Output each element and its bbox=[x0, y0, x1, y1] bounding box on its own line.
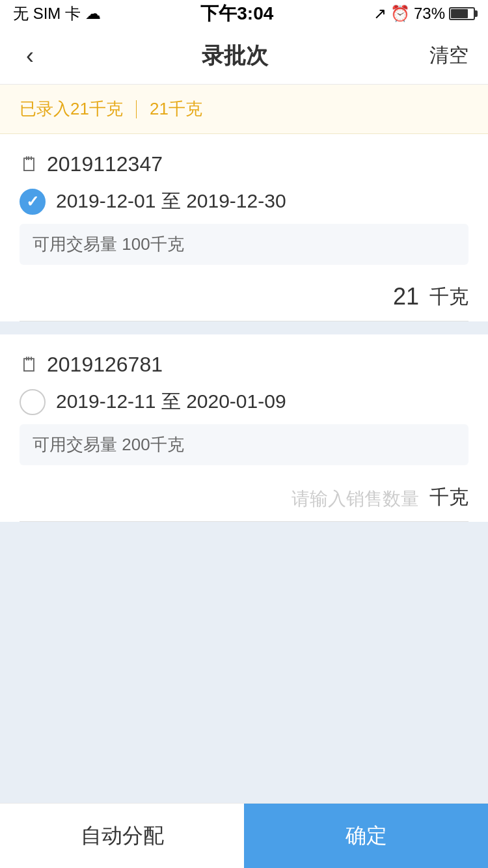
status-right: ↗ ⏰ 73% bbox=[373, 5, 475, 23]
empty-area bbox=[0, 522, 488, 834]
available-qty-text-1: 可用交易量 100千克 bbox=[33, 234, 184, 254]
battery-percent: 73% bbox=[414, 5, 445, 23]
banner-divider bbox=[136, 100, 137, 118]
status-time: 下午3:04 bbox=[200, 1, 273, 26]
bottom-bar: 自动分配 确定 bbox=[0, 803, 488, 868]
location-icon: ↗ bbox=[373, 5, 386, 23]
batch-card-2: 🗒 2019126781 2019-12-11 至 2020-01-09 可用交… bbox=[0, 334, 488, 522]
batch-date-row-1: 2019-12-01 至 2019-12-30 bbox=[0, 182, 488, 224]
qty-unit-1: 千克 bbox=[429, 284, 468, 310]
batch-radio-2[interactable] bbox=[20, 389, 46, 415]
recorded-qty: 已录入21千克 bbox=[20, 98, 123, 120]
batch-doc-icon-2: 🗒 bbox=[20, 354, 39, 376]
status-left: 无 SIM 卡 ☁ bbox=[13, 3, 101, 24]
batch-header-2: 🗒 2019126781 bbox=[0, 334, 488, 382]
clear-button[interactable]: 清空 bbox=[429, 42, 468, 69]
section-separator bbox=[0, 321, 488, 334]
available-qty-box-1: 可用交易量 100千克 bbox=[20, 224, 468, 265]
confirm-button[interactable]: 确定 bbox=[244, 804, 488, 868]
batch-date-1: 2019-12-01 至 2019-12-30 bbox=[56, 188, 286, 215]
qty-input-row-2: 千克 bbox=[0, 476, 488, 521]
back-button[interactable]: ‹ bbox=[20, 36, 40, 76]
info-banner: 已录入21千克 21千克 bbox=[0, 85, 488, 134]
batch-date-2: 2019-12-11 至 2020-01-09 bbox=[56, 388, 286, 415]
available-qty-box-2: 可用交易量 200千克 bbox=[20, 424, 468, 465]
qty-input-2[interactable] bbox=[289, 483, 419, 511]
content-area: 🗒 2019112347 2019-12-01 至 2019-12-30 可用交… bbox=[0, 134, 488, 868]
batch-doc-icon-1: 🗒 bbox=[20, 154, 39, 176]
batch-radio-1[interactable] bbox=[20, 189, 46, 215]
sim-label: 无 SIM 卡 ☁ bbox=[13, 3, 101, 24]
nav-bar: ‹ 录批次 清空 bbox=[0, 27, 488, 85]
status-bar: 无 SIM 卡 ☁ 下午3:04 ↗ ⏰ 73% bbox=[0, 0, 488, 27]
total-qty: 21千克 bbox=[150, 98, 202, 120]
available-qty-text-2: 可用交易量 200千克 bbox=[33, 435, 184, 454]
qty-input-1[interactable] bbox=[289, 283, 419, 310]
batch-id-1: 2019112347 bbox=[47, 152, 163, 176]
qty-input-row-1: 千克 bbox=[0, 275, 488, 321]
clock-icon: ⏰ bbox=[390, 5, 410, 23]
batch-date-row-2: 2019-12-11 至 2020-01-09 bbox=[0, 382, 488, 424]
page-title: 录批次 bbox=[202, 41, 268, 71]
battery-icon bbox=[449, 7, 475, 20]
batch-card-1: 🗒 2019112347 2019-12-01 至 2019-12-30 可用交… bbox=[0, 134, 488, 321]
batch-header-1: 🗒 2019112347 bbox=[0, 134, 488, 182]
qty-unit-2: 千克 bbox=[429, 484, 468, 511]
batch-id-2: 2019126781 bbox=[47, 353, 163, 377]
auto-distribute-button[interactable]: 自动分配 bbox=[0, 804, 244, 868]
